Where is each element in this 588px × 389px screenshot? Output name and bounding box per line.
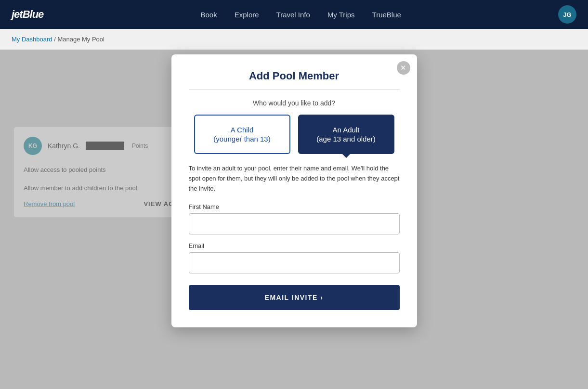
nav-my-trips[interactable]: My Trips [327,11,355,19]
adult-type-button[interactable]: An Adult(age 13 and older) [298,115,394,154]
navbar: jetBlue Book Explore Travel Info My Trip… [0,0,588,29]
first-name-input[interactable] [189,213,400,234]
avatar[interactable]: JG [558,5,576,24]
breadcrumb-separator: / [54,36,56,43]
brand-logo: jetBlue [12,8,43,21]
modal-question: Who would you like to add? [189,99,400,107]
nav-explore[interactable]: Explore [235,11,259,19]
brand-text: jetBlue [12,8,43,20]
nav-travel-info[interactable]: Travel Info [276,11,310,19]
member-type-buttons: A Child(younger than 13) An Adult(age 13… [189,115,400,154]
breadcrumb: My Dashboard / Manage My Pool [0,29,588,50]
email-invite-button[interactable]: EMAIL INVITE › [189,285,400,310]
nav-trueblue[interactable]: TrueBlue [372,11,401,19]
modal-description: To invite an adult to your pool, enter t… [189,164,400,194]
breadcrumb-home[interactable]: My Dashboard [12,36,52,43]
modal-divider [189,89,400,90]
nav-links: Book Explore Travel Info My Trips TrueBl… [63,11,539,19]
nav-book[interactable]: Book [201,11,217,19]
child-type-button[interactable]: A Child(younger than 13) [194,115,290,154]
add-pool-member-modal: ✕ Add Pool Member Who would you like to … [171,54,417,327]
email-input[interactable] [189,252,400,273]
first-name-label: First Name [189,203,400,210]
modal-title: Add Pool Member [189,70,400,82]
breadcrumb-current: Manage My Pool [57,36,105,43]
child-btn-text: A Child(younger than 13) [213,125,270,144]
adult-btn-text: An Adult(age 13 and older) [316,125,376,144]
email-label: Email [189,242,400,249]
modal-close-button[interactable]: ✕ [397,61,410,75]
page-background: KG Kathryn G. Points Allow access to poo… [0,50,588,389]
